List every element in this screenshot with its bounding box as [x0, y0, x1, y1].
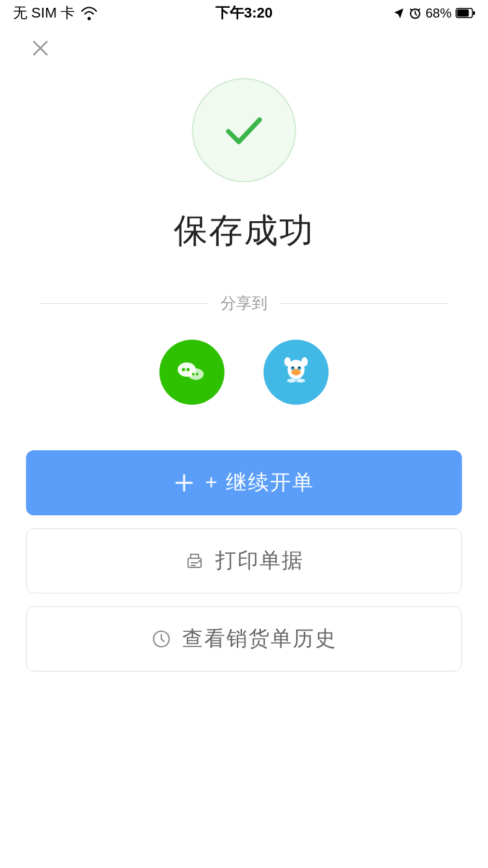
location-icon — [393, 7, 405, 19]
wechat-icon — [172, 353, 211, 392]
printer-icon — [184, 550, 205, 571]
history-label: 查看销货单历史 — [182, 625, 337, 653]
continue-button[interactable]: + 继续开单 — [26, 450, 462, 515]
status-time: 下午3:20 — [215, 3, 273, 23]
print-label: 打印单据 — [215, 547, 304, 575]
share-icons-row — [159, 340, 329, 405]
qq-share-button[interactable] — [264, 340, 329, 405]
wechat-share-button[interactable] — [159, 340, 224, 405]
main-content: 保存成功 分享到 — [0, 26, 488, 671]
svg-point-20 — [287, 379, 296, 383]
svg-point-18 — [284, 357, 291, 366]
svg-point-7 — [182, 368, 185, 372]
success-title: 保存成功 — [174, 208, 314, 254]
plus-icon — [174, 472, 195, 493]
checkmark-icon — [218, 104, 270, 156]
history-button[interactable]: 查看销货单历史 — [26, 606, 462, 671]
no-sim-text: 无 SIM 卡 — [13, 3, 75, 23]
print-button[interactable]: 打印单据 — [26, 528, 462, 593]
alarm-icon — [409, 7, 422, 20]
svg-rect-26 — [191, 565, 196, 566]
action-buttons: + 继续开单 打印单据 查看销货单历史 — [0, 450, 488, 671]
share-divider: 分享到 — [0, 293, 488, 314]
share-label: 分享到 — [208, 293, 280, 314]
status-bar: 无 SIM 卡 下午3:20 68% — [0, 0, 488, 26]
svg-rect-25 — [191, 562, 198, 563]
svg-point-11 — [196, 373, 198, 375]
success-circle — [192, 78, 296, 182]
svg-point-21 — [296, 379, 305, 383]
battery-percent: 68% — [426, 6, 452, 21]
svg-point-16 — [299, 367, 301, 369]
svg-point-15 — [292, 367, 294, 369]
divider-line-right — [280, 303, 449, 304]
close-button[interactable] — [26, 34, 55, 62]
svg-rect-27 — [198, 560, 200, 562]
svg-rect-3 — [457, 10, 469, 17]
qq-icon — [277, 353, 316, 392]
status-left: 无 SIM 卡 — [13, 3, 98, 23]
close-icon — [31, 39, 49, 57]
status-right: 68% — [393, 6, 475, 21]
clock-icon — [151, 629, 172, 649]
battery-icon — [455, 8, 475, 18]
svg-point-8 — [187, 368, 190, 372]
svg-point-10 — [192, 373, 195, 375]
continue-label: + 继续开单 — [205, 468, 314, 497]
svg-rect-2 — [473, 11, 475, 15]
svg-point-19 — [301, 357, 308, 366]
wifi-icon — [80, 6, 98, 20]
divider-line-left — [39, 303, 208, 304]
svg-point-17 — [291, 369, 301, 375]
